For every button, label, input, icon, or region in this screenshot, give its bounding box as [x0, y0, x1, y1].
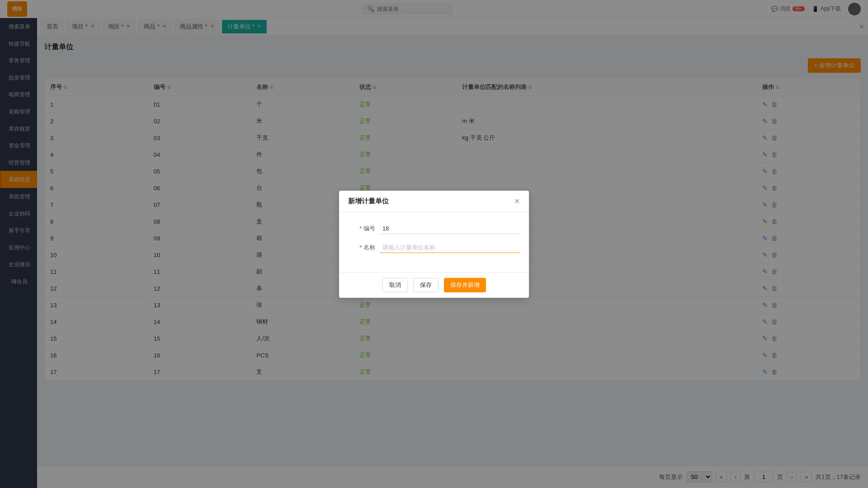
- modal-overlay: 新增计量单位 ✕ * 编号 * 名称 取消 保存 保存并新增: [0, 0, 868, 488]
- code-label: * 编号: [348, 225, 375, 233]
- cancel-button[interactable]: 取消: [382, 278, 408, 292]
- code-input[interactable]: [380, 223, 520, 234]
- modal-body: * 编号 * 名称: [339, 212, 529, 272]
- name-field-row: * 名称: [348, 242, 520, 253]
- modal-title: 新增计量单位: [348, 197, 389, 206]
- save-continue-button[interactable]: 保存并新增: [444, 278, 486, 292]
- save-button[interactable]: 保存: [413, 278, 439, 292]
- name-label: * 名称: [348, 244, 375, 252]
- code-field-row: * 编号: [348, 223, 520, 234]
- modal-footer: 取消 保存 保存并新增: [339, 272, 529, 298]
- modal-header: 新增计量单位 ✕: [339, 191, 529, 212]
- name-input[interactable]: [380, 242, 520, 253]
- modal-close-button[interactable]: ✕: [514, 197, 520, 206]
- modal: 新增计量单位 ✕ * 编号 * 名称 取消 保存 保存并新增: [339, 191, 529, 298]
